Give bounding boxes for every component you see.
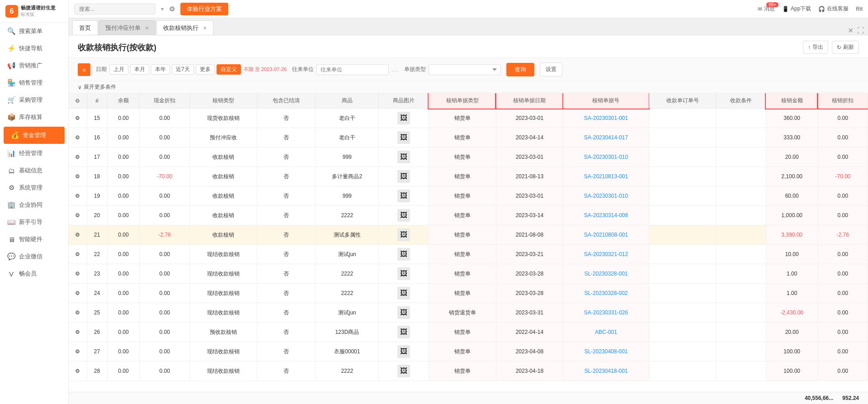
message-badge[interactable]: ✉ 消息 99+	[758, 5, 775, 13]
cell-bill-no[interactable]: SL-20230328-001	[563, 264, 649, 284]
cell-verify-amount: 100.00	[766, 342, 818, 361]
cell-no: 22	[87, 245, 107, 264]
cell-product: 123D商品	[316, 323, 379, 342]
tab-prepay[interactable]: 预付冲应付单 ×	[99, 20, 156, 35]
solution-button[interactable]: 体验行业方案	[180, 3, 228, 15]
cell-verify-type: 现结收款核销	[189, 361, 257, 381]
logo-icon: 6	[5, 5, 18, 18]
tab-close-prepay[interactable]: ×	[145, 24, 149, 32]
sidebar-item-marketing[interactable]: 📢 营销推广	[0, 57, 68, 74]
sidebar-item-basic[interactable]: 🗂 基础信息	[0, 162, 68, 179]
cell-collection-order	[649, 361, 716, 381]
col-settings[interactable]: ⚙	[69, 93, 87, 109]
sidebar-item-inventory[interactable]: 📦 库存核算	[0, 109, 68, 126]
table-header-row: ⚙ # 余额 现金折扣 核销类型 包含已结清 商品 商品图片 核销单据类型 核销…	[69, 93, 868, 109]
cell-bill-no[interactable]: SA-20210808-001	[563, 225, 649, 245]
cell-verify-discount: -70.00	[818, 167, 868, 186]
export-icon: ↑	[808, 44, 811, 51]
date-this-year[interactable]: 本年	[151, 64, 170, 75]
bill-type-select[interactable]	[429, 64, 501, 75]
sidebar-item-wechat[interactable]: 💬 企业微信	[0, 248, 68, 265]
cell-bill-no[interactable]: SA-20230301-010	[563, 147, 649, 167]
app-download-link[interactable]: 📱 App下载	[782, 5, 811, 13]
table-row[interactable]: ⚙ 20 0.00 0.00 收款核销 否 2222 🖼 销货单 2023-03…	[69, 206, 868, 225]
cell-settings: ⚙	[69, 186, 87, 206]
cell-bill-date: 2023-04-08	[496, 342, 563, 361]
cell-product-image: 🖼	[379, 303, 429, 323]
table-row[interactable]: ⚙ 24 0.00 0.00 现结收款核销 否 2222 🖼 销货单 2023-…	[69, 284, 868, 303]
cell-bill-date: 2023-03-21	[496, 245, 563, 264]
cell-verify-type: 现结收款核销	[189, 342, 257, 361]
tab-collection[interactable]: 收款核销执行 ×	[156, 20, 213, 35]
cell-collection-condition	[716, 284, 766, 303]
sidebar-label-enterprise: 企业协同	[19, 201, 42, 209]
sidebar-item-member[interactable]: V 畅会员	[0, 265, 68, 282]
cell-bill-no[interactable]: SA-20230321-012	[563, 245, 649, 264]
sidebar-item-enterprise[interactable]: 🏢 企业协同	[0, 196, 68, 214]
table-row[interactable]: ⚙ 21 0.00 -2.76 收款核销 否 测试多属性 🖼 销货单 2021-…	[69, 225, 868, 245]
cell-bill-no[interactable]: SL-20230408-001	[563, 342, 649, 361]
cell-bill-no[interactable]: SA-20230331-026	[563, 303, 649, 323]
cell-settings: ⚙	[69, 245, 87, 264]
table-row[interactable]: ⚙ 28 0.00 0.00 现结收款核销 否 2222 🖼 销货单 2023-…	[69, 361, 868, 381]
cell-verify-discount: 0.00	[818, 186, 868, 206]
sidebar-item-system[interactable]: ⚙ 系统管理	[0, 179, 68, 196]
partner-input[interactable]	[316, 64, 389, 75]
table-row[interactable]: ⚙ 25 0.00 0.00 现结收款核销 否 测试jun 🖼 销货退货单 20…	[69, 303, 868, 323]
cell-bill-type: 销货单	[429, 245, 496, 264]
cell-product-image: 🖼	[379, 284, 429, 303]
cell-product: 2222	[316, 264, 379, 284]
cell-bill-no[interactable]: ABC-001	[563, 323, 649, 342]
sidebar-item-search[interactable]: 🔍 搜索菜单	[0, 23, 68, 40]
expand-icon[interactable]: ⛶	[857, 27, 864, 35]
table-row[interactable]: ⚙ 18 0.00 -70.00 收款核销 否 多计量商品2 🖼 销货单 202…	[69, 167, 868, 186]
date-7days[interactable]: 近7天	[172, 64, 194, 75]
cell-bill-date: 2022-04-14	[496, 323, 563, 342]
setting-button[interactable]: 设置	[540, 62, 562, 76]
user-menu[interactable]: Rit	[856, 6, 863, 12]
query-button[interactable]: 查询	[506, 63, 534, 76]
cell-bill-no[interactable]: SA-20230414-017	[563, 128, 649, 147]
table-row[interactable]: ⚙ 15 0.00 0.00 现货收款核销 否 老白干 🖼 销货单 2023-0…	[69, 109, 868, 128]
table-row[interactable]: ⚙ 22 0.00 0.00 现结收款核销 否 测试jun 🖼 销货单 2023…	[69, 245, 868, 264]
cell-bill-no[interactable]: SA-20230301-001	[563, 109, 649, 128]
date-more[interactable]: 更多	[196, 64, 215, 75]
export-button[interactable]: ↑ 导出	[803, 41, 828, 54]
enterprise-icon: 🏢	[7, 201, 15, 209]
refresh-button[interactable]: ↻ 刷新	[832, 41, 859, 54]
table-row[interactable]: ⚙ 26 0.00 0.00 预收款核销 否 123D商品 🖼 销货单 2022…	[69, 323, 868, 342]
sidebar-item-purchase[interactable]: 🛒 采购管理	[0, 91, 68, 109]
filter-expand-button[interactable]: »	[78, 63, 90, 76]
tab-close-collection[interactable]: ×	[203, 24, 207, 32]
topbar-search-input[interactable]	[74, 4, 156, 14]
cell-bill-no[interactable]: SA-20230301-010	[563, 186, 649, 206]
table-row[interactable]: ⚙ 23 0.00 0.00 现结收款核销 否 2222 🖼 销货单 2023-…	[69, 264, 868, 284]
table-row[interactable]: ⚙ 16 0.00 0.00 预付冲应收 否 老白干 🖼 销货单 2023-04…	[69, 128, 868, 147]
gear-icon[interactable]: ⚙	[169, 5, 175, 13]
sidebar-item-business[interactable]: 📊 经营管理	[0, 145, 68, 162]
sidebar-item-sales[interactable]: 🏪 销售管理	[0, 74, 68, 91]
cell-bill-no[interactable]: SL-20230328-002	[563, 284, 649, 303]
cell-bill-no[interactable]: SA-20210813-001	[563, 167, 649, 186]
date-last-month[interactable]: 上月	[109, 64, 128, 75]
cell-settings: ⚙	[69, 342, 87, 361]
sidebar-item-guide[interactable]: 📖 新手引导	[0, 214, 68, 231]
cell-product: 老白干	[316, 109, 379, 128]
table-row[interactable]: ⚙ 19 0.00 0.00 收款核销 否 999 🖼 销货单 2023-03-…	[69, 186, 868, 206]
cell-balance: 0.00	[107, 225, 140, 245]
close-all-icon[interactable]: ✕	[848, 26, 854, 35]
expand-more-button[interactable]: ∨ 展开更多条件	[78, 83, 116, 91]
cell-bill-no[interactable]: SA-20230314-008	[563, 206, 649, 225]
table-row[interactable]: ⚙ 17 0.00 0.00 收款核销 否 999 🖼 销货单 2023-03-…	[69, 147, 868, 167]
cell-bill-no[interactable]: SL-20230418-001	[563, 361, 649, 381]
date-custom[interactable]: 自定义	[217, 64, 241, 75]
date-this-month[interactable]: 本月	[130, 64, 149, 75]
tab-home[interactable]: 首页	[72, 20, 98, 35]
table-row[interactable]: ⚙ 27 0.00 0.00 现结收款核销 否 衣服00001 🖼 销货单 20…	[69, 342, 868, 361]
message-icon: ✉	[758, 6, 762, 12]
sidebar-item-quick-nav[interactable]: ⚡ 快捷导航	[0, 40, 68, 57]
sidebar-label-system: 系统管理	[19, 184, 42, 192]
sidebar-item-finance[interactable]: 💰 资金管理	[4, 127, 65, 144]
online-service-link[interactable]: 🎧 在线客服	[818, 5, 849, 13]
sidebar-item-smart[interactable]: 🖥 智能硬件	[0, 231, 68, 248]
